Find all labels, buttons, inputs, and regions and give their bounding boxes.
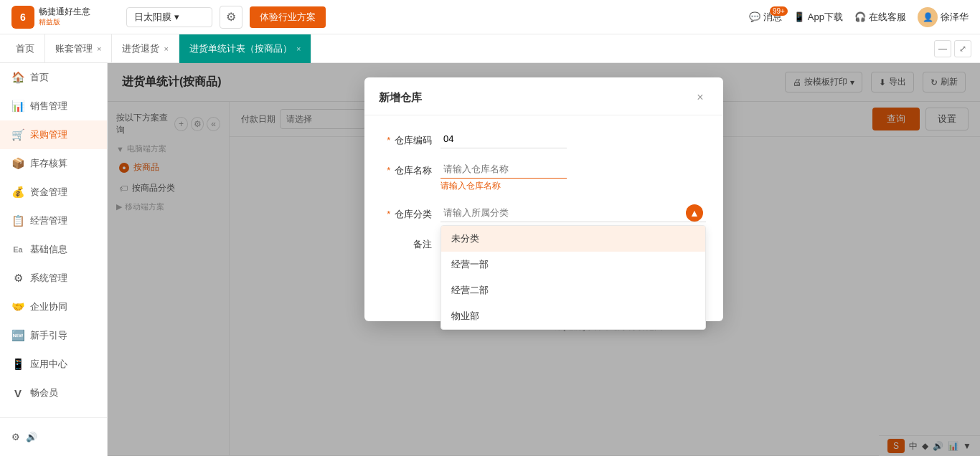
category-option-property[interactable]: 物业部 <box>441 303 705 329</box>
code-label: * 仓库编码 <box>382 130 432 147</box>
code-input-wrapper <box>440 130 706 148</box>
tab-purchase-return[interactable]: 进货退货 × <box>112 34 179 63</box>
category-label: * 仓库分类 <box>382 204 432 221</box>
name-input-wrapper: 请输入仓库名称 <box>440 160 706 192</box>
name-error-msg: 请输入仓库名称 <box>440 180 706 192</box>
basic-info-icon: Ea <box>11 243 24 256</box>
sales-icon: 📊 <box>11 100 24 113</box>
top-header: 6 畅捷通好生意 精益版 日太阳膜 ▾ ⚙ 体验行业方案 💬 消息 99+ 📱 … <box>0 0 980 34</box>
tab-bar: 首页 账套管理 × 进货退货 × 进货单统计表（按商品） × — ⤢ <box>0 34 980 63</box>
gear-icon: ⚙ <box>226 10 236 24</box>
sidebar-item-enterprise[interactable]: 🤝 企业协同 <box>0 293 107 321</box>
member-icon: V <box>11 386 24 399</box>
chevron-down-icon: ▾ <box>174 11 179 22</box>
tab-close-purchase-return[interactable]: × <box>164 44 168 53</box>
category-input[interactable] <box>440 204 706 222</box>
finance-icon: 💰 <box>11 186 24 199</box>
home-icon: 🏠 <box>11 71 24 84</box>
sidebar-bottom-settings[interactable]: ⚙ 🔊 <box>0 424 107 450</box>
modal-close-button[interactable]: × <box>692 89 709 106</box>
apps-icon: 📱 <box>11 358 24 371</box>
headset-icon: 🎧 <box>854 11 866 22</box>
code-input[interactable] <box>440 130 567 148</box>
main-layout: 🏠 首页 📊 销售管理 🛒 采购管理 📦 库存核算 💰 资金管理 📋 经营管理 … <box>0 63 980 456</box>
inventory-icon: 📦 <box>11 157 24 170</box>
sidebar-item-sales[interactable]: 📊 销售管理 <box>0 92 107 120</box>
tab-home[interactable]: 首页 <box>6 34 45 63</box>
name-input[interactable] <box>440 160 567 179</box>
user-button[interactable]: 👤 徐泽华 <box>918 7 969 27</box>
avatar: 👤 <box>918 7 938 27</box>
logo-area: 6 畅捷通好生意 精益版 <box>11 6 119 29</box>
modal-overlay: 新增仓库 × * 仓库编码 <box>108 63 980 456</box>
header-right: 💬 消息 99+ 📱 App下载 🎧 在线客服 👤 徐泽华 <box>749 7 969 27</box>
tab-minimize-button[interactable]: — <box>934 40 951 57</box>
enterprise-icon: 🤝 <box>11 300 24 313</box>
sidebar-item-member[interactable]: V 畅会员 <box>0 379 107 407</box>
sidebar-item-finance[interactable]: 💰 资金管理 <box>0 178 107 206</box>
sidebar-sound-icon: 🔊 <box>26 432 37 442</box>
category-input-wrapper: ▲ 未分类 经营一部 经营二部 物业部 <box>440 204 706 222</box>
store-selector[interactable]: 日太阳膜 ▾ <box>126 7 212 27</box>
settings-icon: ⚙ <box>11 432 20 442</box>
name-form-row: * 仓库名称 请输入仓库名称 <box>382 160 706 192</box>
sidebar: 🏠 首页 📊 销售管理 🛒 采购管理 📦 库存核算 💰 资金管理 📋 经营管理 … <box>0 63 108 456</box>
operations-icon: 📋 <box>11 214 24 227</box>
sidebar-item-purchase[interactable]: 🛒 采购管理 <box>0 120 107 149</box>
system-icon: ⚙ <box>11 272 24 285</box>
category-option-uncategorized[interactable]: 未分类 <box>441 226 705 252</box>
sidebar-item-apps[interactable]: 📱 应用中心 <box>0 350 107 379</box>
new-warehouse-modal: 新增仓库 × * 仓库编码 <box>364 77 723 321</box>
logo-text: 畅捷通好生意 精益版 <box>39 6 90 28</box>
sidebar-item-operations[interactable]: 📋 经营管理 <box>0 206 107 235</box>
guide-icon: 🆕 <box>11 329 24 342</box>
trial-button[interactable]: 体验行业方案 <box>250 6 326 28</box>
modal-title: 新增仓库 <box>379 91 422 105</box>
tab-close-purchase-stats[interactable]: × <box>296 44 301 53</box>
sidebar-item-guide[interactable]: 🆕 新手引导 <box>0 321 107 350</box>
note-label: 备注 <box>382 234 432 251</box>
tab-account[interactable]: 账套管理 × <box>45 34 112 63</box>
tab-expand-button[interactable]: ⤢ <box>954 40 971 57</box>
content-area: 进货单统计(按商品) 🖨 按模板打印 ▾ ⬇ 导出 ↻ 刷新 <box>108 63 980 456</box>
category-dropdown: 未分类 经营一部 经营二部 物业部 <box>440 225 706 330</box>
category-toggle-button[interactable]: ▲ <box>686 204 703 222</box>
category-form-row: * 仓库分类 ▲ 未分类 经营一部 经营二部 物业部 <box>382 204 706 222</box>
message-icon: 💬 <box>749 11 760 22</box>
messages-button[interactable]: 💬 消息 99+ <box>749 11 782 24</box>
app-download-button[interactable]: 📱 App下载 <box>793 11 843 24</box>
sidebar-item-system[interactable]: ⚙ 系统管理 <box>0 264 107 293</box>
purchase-icon: 🛒 <box>11 128 24 141</box>
sidebar-item-home[interactable]: 🏠 首页 <box>0 63 107 92</box>
gear-button[interactable]: ⚙ <box>220 6 242 29</box>
code-form-row: * 仓库编码 <box>382 130 706 148</box>
sidebar-item-basic-info[interactable]: Ea 基础信息 <box>0 235 107 264</box>
name-label: * 仓库名称 <box>382 160 432 177</box>
modal-header: 新增仓库 × <box>364 77 723 115</box>
logo-icon: 6 <box>11 6 34 29</box>
online-service-button[interactable]: 🎧 在线客服 <box>854 11 906 24</box>
category-option-dept1[interactable]: 经营一部 <box>441 252 705 277</box>
tab-purchase-stats[interactable]: 进货单统计表（按商品） × <box>179 34 311 63</box>
category-option-dept2[interactable]: 经营二部 <box>441 277 705 303</box>
tab-close-account[interactable]: × <box>97 44 101 53</box>
sidebar-item-inventory[interactable]: 📦 库存核算 <box>0 149 107 178</box>
notification-badge: 99+ <box>770 6 788 16</box>
phone-icon: 📱 <box>793 11 805 22</box>
modal-body: * 仓库编码 * 仓库名称 <box>364 115 723 278</box>
